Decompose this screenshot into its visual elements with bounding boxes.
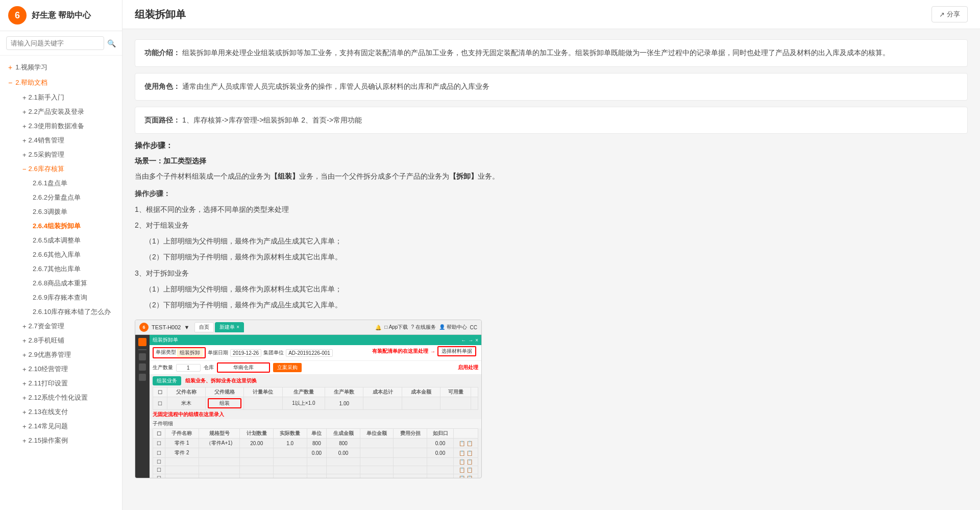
scr-username: CC [470,325,477,330]
sidebar-item-mobile[interactable]: + 2.8手机旺铺 [14,333,122,348]
scr-upper-table-wrapper: ☐ 父件名称 父件规格 计量单位 生产数量 生产单数 成本总计 成本金额 可用量 [150,387,481,410]
ops-title: 操作步骤： [135,141,968,151]
sidebar-item-customize[interactable]: + 2.12系统个性化设置 [14,391,122,405]
sidebar-item-docs[interactable]: − 2.帮助文档 [0,75,122,90]
ann5-text: 无固定流程中的组绩在这里录入 [153,411,224,418]
sidebar-item-stock-error[interactable]: 2.6.10库存账本错了怎么办 [24,305,122,319]
sidebar-item-ops[interactable]: + 2.10经营管理 [14,362,122,376]
path-text: 1、库存核算->库存管理->组装拆卸单 2、首页->常用功能 [182,116,362,124]
sidebar-item-stock-ledger[interactable]: 2.6.9库存账本查询 [24,290,122,305]
scr-assembly-tab[interactable]: 组装业务 [153,376,181,385]
sidebar-item-other-out[interactable]: 2.6.7其他出库单 [24,262,122,276]
sidebar-item-stocktake[interactable]: 2.6.1盘点单 [24,176,122,190]
sidebar-item-other-in[interactable]: 2.6.6其他入库单 [24,248,122,262]
scr-form-toolbar: 单据类型 组装拆卸 单据日期 2019-12-26 集团单位 AD-201912… [150,345,481,361]
plus-icon: + [22,408,27,416]
page-title: 组装拆卸单 [135,8,186,21]
plus-icon: + [22,366,27,373]
th-unit: 计量单位 [244,387,282,397]
scr-lower-section-header: 子件明细 [150,419,481,428]
th-cost-amount: 成本金额 [402,387,440,397]
plus-icon: + [22,137,27,144]
scr-icon-bar [135,335,150,478]
scr-company: TEST-H002 [152,324,181,330]
sidebar-item-cases[interactable]: + 2.15操作案例 [14,433,122,448]
td-prod-qty: 1以上×1.0 [282,397,325,410]
scr-icon2 [139,353,146,360]
func-intro-label: 功能介绍： [144,48,180,57]
sidebar-item-coupon[interactable]: + 2.9优惠券管理 [14,348,122,362]
lth-actual-qty: 实际数量 [273,429,307,439]
main-header: 组装拆卸单 ↗ 分享 [122,0,980,29]
sidebar-item-payment[interactable]: + 2.13在线支付 [14,405,122,419]
sidebar-item-cost-recalc[interactable]: 2.6.8商品成本重算 [24,276,122,290]
sidebar-item-cost-adjust[interactable]: 2.6.5成本调整单 [24,233,122,248]
scene1-steps-title: 操作步骤： [135,187,968,200]
path-label: 页面路径： [144,116,180,124]
scr-icon1 [138,338,146,346]
scr-annotation5-row: 无固定流程中的组绩在这里录入 [150,410,481,419]
lower-table-row-3: ☐📋 📋 [153,458,478,466]
sidebar-item-inventory[interactable]: − 2.6库存核算 [14,162,122,176]
search-box: 🔍 [0,31,122,56]
sidebar-item-assembly[interactable]: 2.6.4组装拆卸单 [24,219,122,233]
plus-icon: + [22,337,27,345]
ann3-text: 组装业务、拆卸业务在这里切换 [185,377,257,384]
th-prod-qty: 生产数量 [282,387,325,397]
scr-qty-value: 1 [176,364,201,372]
scr-icon4 [139,374,146,381]
td-name: 米木 [167,397,205,410]
search-input[interactable] [6,36,104,50]
td-action-btns [471,397,478,410]
lth-check: ☐ [153,429,165,439]
lth-unit: 单位 [307,429,327,439]
th-actions [471,387,478,397]
th-parent-name: 父件名称 [167,387,205,397]
sidebar-item-partial-stock[interactable]: 2.6.2分量盘点单 [24,190,122,205]
scr-date-value: 2019-12-26 [230,349,261,357]
sidebar-item-purchase[interactable]: + 2.5采购管理 [14,148,122,162]
sidebar-item-newbie[interactable]: + 2.1新手入门 [14,90,122,105]
scr-no-label: 集团单位 [263,349,284,356]
ann1-btn: 选择材料单据 [442,348,472,354]
sidebar-item-faq[interactable]: + 2.14常见问题 [14,419,122,433]
scene1-title: 场景一：加工类型选择 [135,157,968,166]
scr-type-label: 单据类型 [156,349,176,357]
plus-icon: + [8,63,12,71]
scr-tab-home[interactable]: 自页 [194,322,214,332]
sidebar-item-finance[interactable]: + 2.7资金管理 [14,319,122,333]
scr-main-panel: 组装拆卸单 ← → × 单据类型 组装拆卸 单据日期 [150,335,481,478]
scr-help-icon: ? 在线服务 [411,324,435,331]
sidebar-item-data-prep[interactable]: + 2.3使用前数据准备 [14,119,122,133]
scr-subform: 生产数量 1 仓库 华南仓库 立案采购 启用处理 [150,361,481,375]
scr-window-header: 组装拆卸单 ← → × [150,335,481,345]
td-prod-single: 1.00 [325,397,363,410]
scr-tab-new[interactable]: 新建单 × [215,322,244,332]
lth-plan-qty: 计划数量 [240,429,274,439]
func-intro-text: 组装拆卸单用来处理企业组装或拆卸等加工业务，支持有固定装配清单的产品加工业务，也… [182,48,890,57]
plus-icon: + [22,94,27,102]
scr-wh-value: 华南仓库 [233,365,254,370]
search-button[interactable]: 🔍 [107,39,116,47]
step-2-1: （1）上部明细为父件明细，最终作为产成品生成其它入库单； [135,235,968,248]
sidebar-item-transfer[interactable]: 2.6.3调拨单 [24,205,122,219]
plus-icon: + [22,123,27,130]
plus-icon: + [22,351,27,359]
role-text: 通常由生产人员或库管人员完成拆装业务的操作，库管人员确认原材料的出库和产成品的入… [182,82,489,90]
scene1-desc: 当由多个子件材料组装成一个成品的业务为【组装】业务，当由一个父件拆分成多个子产品… [135,170,968,183]
scr-wh-label: 仓库 [204,364,214,371]
plus-icon: + [22,380,27,387]
ann1-arrow: → [430,349,435,354]
scr-save-btn[interactable]: 立案采购 [273,363,302,372]
sidebar-item-videos[interactable]: + 1.视频学习 [0,60,122,75]
sidebar-item-install[interactable]: + 2.2产品安装及登录 [14,105,122,119]
share-button[interactable]: ↗ 分享 [932,6,968,22]
sub-list-docs: + 2.1新手入门 + 2.2产品安装及登录 + 2.3使用前数据准备 + 2.… [0,90,122,448]
sidebar-item-print[interactable]: + 2.11打印设置 [14,376,122,391]
scr-topright: 🔔 □ App下载 ? 在线服务 👤 帮助中心 CC [375,324,477,331]
th-check: ☐ [153,387,167,397]
plus-icon: + [22,437,27,445]
scr-bell-icon: 🔔 [375,325,381,330]
sidebar-item-sales[interactable]: + 2.4销售管理 [14,133,122,148]
scr-dropdown-icon: ▼ [184,324,189,330]
